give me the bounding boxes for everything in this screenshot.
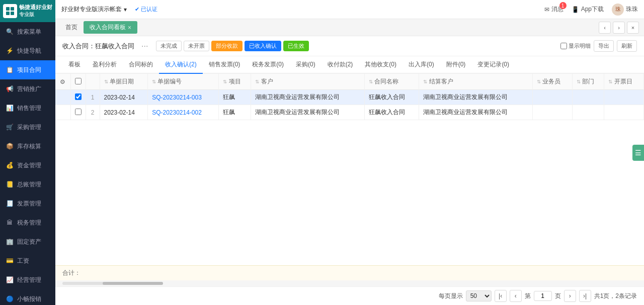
sub-tab-10[interactable]: 附件(0) [440,56,472,74]
sidebar-item-固定资产[interactable]: 🏢固定资产 [0,232,55,251]
row-check-1[interactable] [70,105,86,120]
row-end-customer-1: 湖南卫视商业运营发展有限公司 [419,105,533,120]
app-download-button[interactable]: 📱 App下载 [572,5,604,14]
sub-tab-5[interactable]: 税务发票(0) [246,56,290,74]
table-row[interactable]: 1 2023-02-14 SQ-20230214-003 狂飙 湖南卫视商业运营… [55,90,644,105]
row-dept-0 [572,90,604,105]
nav-icon-8: 📒 [5,180,14,189]
nav-icon-2: 📋 [5,65,14,74]
sidebar-item-项目合同[interactable]: 📋项目合同 [0,60,55,79]
row-check-0[interactable] [70,90,86,105]
sidebar-item-工资[interactable]: 💳工资 [0,251,55,270]
close-tab-button[interactable]: × [128,24,131,31]
row-project-1: 狂飙 [219,105,251,120]
sub-tab-0[interactable]: 看板 [62,56,87,74]
project-column-header: ⇅ 项目 [219,74,251,90]
sidebar-item-总账管理[interactable]: 📒总账管理 [0,175,55,194]
select-all-checkbox[interactable] [75,78,82,84]
check-icon: ✔ [135,6,139,13]
refresh-button[interactable]: 刷新 [617,40,637,52]
tab-next-button[interactable]: › [613,22,625,34]
sidebar-item-库存核算[interactable]: 📦库存核算 [0,137,55,156]
status-btn-3[interactable]: 已收入确认 [245,41,281,51]
nav-label-0: 搜索菜单 [17,28,41,36]
status-btn-4[interactable]: 已生效 [283,41,309,51]
sidebar-item-营销推广[interactable]: 📢营销推广 [0,79,55,98]
svg-rect-0 [6,7,10,11]
status-btn-0[interactable]: 未完成 [156,41,182,51]
next-page-button[interactable]: › [564,290,576,302]
sidebar-item-采购管理[interactable]: 🛒采购管理 [0,118,55,137]
sub-tab-8[interactable]: 其他收支(0) [359,56,403,74]
prev-page-button[interactable]: ‹ [510,290,522,302]
sidebar-item-小畅报销[interactable]: 🔵小畅报销 [0,289,55,305]
docno-link-0[interactable]: SQ-20230214-003 [152,94,202,101]
row-docno-1[interactable]: SQ-20230214-002 [148,105,219,120]
more-options-button[interactable]: ··· [141,42,148,51]
sidebar: 畅捷通好业财 专业版 🔍搜索菜单⚡快捷导航📋项目合同📢营销推广📊销售管理🛒采购管… [0,0,55,305]
customer-column-header: ⇅ 客户 [251,74,365,90]
docno-column-header: ⇅ 单据编号 [148,74,219,90]
sub-tab-11[interactable]: 变更记录(0) [471,56,515,74]
status-btn-2[interactable]: 部分收款 [211,41,243,51]
row-settings-1[interactable] [55,105,70,120]
sub-tab-9[interactable]: 出入库(0) [403,56,440,74]
row-docno-0[interactable]: SQ-20230214-003 [148,90,219,105]
status-btn-1[interactable]: 未开票 [184,41,209,51]
row-checkbox-1[interactable] [75,109,82,115]
sub-tab-3[interactable]: 收入确认(2) [159,56,203,74]
side-action-panel[interactable]: ☰ [632,145,644,161]
docno-link-1[interactable]: SQ-20230214-002 [152,109,202,116]
sub-tab-2[interactable]: 合同标的 [123,56,159,74]
nav-icon-4: 📊 [5,104,14,113]
sidebar-item-资金管理[interactable]: 💰资金管理 [0,156,55,175]
side-panel-icon[interactable]: ☰ [635,149,641,157]
show-detail-input[interactable] [560,43,567,49]
horizontal-scrollbar[interactable] [55,280,644,286]
sidebar-item-发票管理[interactable]: 🧾发票管理 [0,194,55,213]
scrollbar-thumb[interactable] [103,282,163,285]
nav-icon-9: 🧾 [5,199,14,208]
active-tab[interactable]: 收入合同看板 × [84,21,137,34]
message-button[interactable]: ✉ 消息 1 [544,5,564,14]
sub-tab-6[interactable]: 采购(0) [290,56,321,74]
show-detail-checkbox[interactable]: 显示明细 [560,42,591,50]
export-button[interactable]: 导出 [594,40,614,52]
sub-tab-4[interactable]: 销售发票(0) [203,56,247,74]
row-date-0: 2023-02-14 [100,90,148,105]
home-tab[interactable]: 首页 [60,21,83,34]
department-column-header: ⇅ 部门 [572,74,604,90]
sidebar-item-搜索菜单[interactable]: 🔍搜索菜单 [0,22,55,41]
table-header-row: ⚙ ⇅ 单据日期 ⇅ 单据编号 ⇅ 项目 ⇅ 客户 ⇅ 合同名称 ⇅ 结算客户 … [55,74,644,90]
sidebar-item-快捷导航[interactable]: ⚡快捷导航 [0,41,55,60]
sidebar-item-销售管理[interactable]: 📊销售管理 [0,98,55,118]
row-checkbox-0[interactable] [75,93,82,100]
nav-icon-1: ⚡ [5,46,14,55]
table-container[interactable]: ⚙ ⇅ 单据日期 ⇅ 单据编号 ⇅ 项目 ⇅ 客户 ⇅ 合同名称 ⇅ 结算客户 … [55,74,644,265]
last-page-button[interactable]: ›| [579,290,591,302]
table-row[interactable]: 2 2023-02-14 SQ-20230214-002 狂飙 湖南卫视商业运营… [55,105,644,120]
sidebar-item-税务管理[interactable]: 🏛税务管理 [0,213,55,232]
sub-tab-7[interactable]: 收付款(2) [321,56,359,74]
tab-close-button[interactable]: × [627,22,639,34]
page-number-input[interactable]: 1 [534,291,552,301]
page-size-select[interactable]: 50 100 200 [466,290,492,301]
row-settings-0[interactable] [55,90,70,105]
sidebar-item-经营管理[interactable]: 📈经营管理 [0,270,55,289]
nav-icon-11: 🏢 [5,237,14,246]
row-num-0: 1 [86,90,100,105]
user-menu[interactable]: 珠 珠珠 [612,4,638,16]
page-header: 收入合同：狂飙收入合同 ··· 未完成未开票部分收款已收入确认已生效 显示明细 … [55,36,644,56]
company-selector[interactable]: 好业财专业版演示帐套 ▾ [61,5,127,14]
nav-label-4: 销售管理 [17,104,41,113]
table-footer: 合计： [55,265,644,280]
page-suffix-label: 页 [555,292,561,300]
check-all-column-header [70,74,86,90]
nav-label-3: 营销推广 [17,85,41,93]
row-num-1: 2 [86,105,100,120]
svg-rect-3 [11,12,14,15]
sub-tab-1[interactable]: 盈利分析 [87,56,123,74]
first-page-button[interactable]: |‹ [495,290,507,302]
settings-column-header[interactable]: ⚙ [55,74,70,90]
tab-prev-button[interactable]: ‹ [599,22,611,34]
